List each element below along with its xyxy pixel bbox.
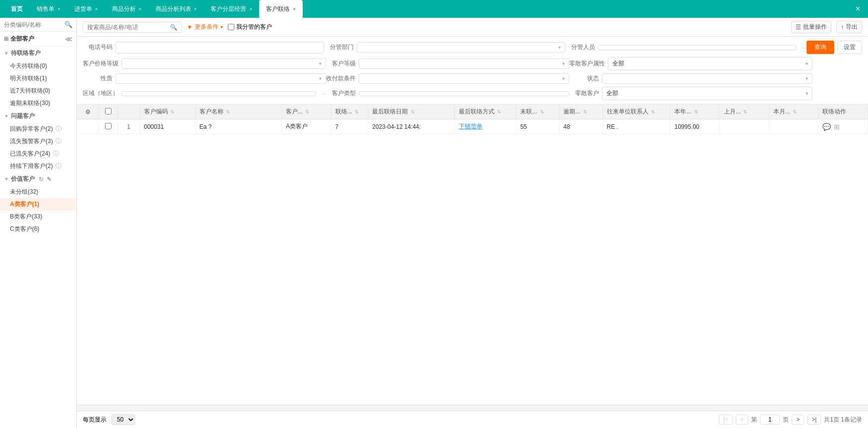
- row-checkbox[interactable]: [105, 123, 111, 129]
- nav-close-all-button[interactable]: ×: [852, 4, 864, 13]
- filter-search-input[interactable]: [87, 24, 167, 31]
- nav-tab-analysis[interactable]: 商品分析 ×: [105, 0, 149, 18]
- nav-tab-analysis-list-close[interactable]: ×: [194, 6, 197, 12]
- nav-tab-purchase[interactable]: 进货单 ×: [67, 0, 105, 18]
- sidebar-item-today[interactable]: 今天待联络(0): [0, 60, 76, 72]
- payment-select[interactable]: ▾: [359, 73, 569, 84]
- filter-search-icon[interactable]: 🔍: [170, 24, 177, 31]
- customer-level-select[interactable]: ▾: [359, 58, 569, 69]
- nature-select[interactable]: ▾: [115, 73, 326, 84]
- main-content: 🔍 ▼ 更多条件 ▾ 我分管的客户 ☰ 批量操作 ↑ 导出: [77, 18, 868, 428]
- prev-page-button[interactable]: <: [736, 415, 748, 425]
- horizontal-scrollbar[interactable]: [77, 405, 868, 411]
- sidebar-item-7days[interactable]: 近7天待联络(0): [0, 85, 76, 97]
- col-last-method[interactable]: 最后联络方式 ⇅: [454, 105, 516, 119]
- page-total-label: 页: [783, 416, 789, 424]
- first-page-button[interactable]: |<: [719, 415, 733, 425]
- col-unit-contact-label: 往来单位联系人: [607, 108, 649, 115]
- my-customers-checkbox[interactable]: 我分管的客户: [228, 23, 272, 31]
- retail-customer-caret-icon: ▾: [806, 91, 808, 96]
- col-not-contacted[interactable]: 未联... ⇅: [516, 105, 559, 119]
- settings-button[interactable]: 设置: [837, 41, 862, 54]
- manager-more-icon[interactable]: ···: [802, 44, 807, 51]
- sidebar-collapse-icon[interactable]: ≪: [65, 35, 72, 43]
- nav-tab-home-label: 首页: [11, 5, 23, 13]
- sidebar-search-input[interactable]: [4, 21, 62, 28]
- col-this-year[interactable]: 本年... ⇅: [670, 105, 720, 119]
- col-overdue[interactable]: 逾期... ⇅: [559, 105, 602, 119]
- batch-operation-button[interactable]: ☰ 批量操作: [791, 21, 831, 33]
- row-name: Ea ?: [195, 119, 281, 134]
- status-filter-select[interactable]: ▾: [602, 73, 813, 84]
- col-name[interactable]: 客户名称 ⇅: [195, 105, 281, 119]
- retail-attr-select[interactable]: 全部 ▾: [608, 57, 813, 70]
- col-last-month[interactable]: 上月... ⇅: [720, 105, 769, 119]
- filter-row-4: 区域（地区） ··· 客户类型 零散客户 全部 ▾: [83, 87, 862, 100]
- nav-tab-customer-tier-close[interactable]: ×: [249, 6, 252, 12]
- chat-action-icon[interactable]: 💬: [822, 123, 831, 131]
- next-page-button[interactable]: >: [792, 415, 804, 425]
- page-label: 第: [751, 416, 757, 424]
- filter-row-3: 性质 ▾ 收付款条件 ▾ 状态: [83, 73, 862, 84]
- region-more-icon[interactable]: ···: [321, 90, 326, 97]
- phone-input[interactable]: [115, 42, 324, 54]
- retail-customer-label: 零散客户: [569, 89, 599, 98]
- col-unit-contact[interactable]: 往来单位联系人 ⇅: [602, 105, 670, 119]
- nav-tab-customer-contact-close[interactable]: ×: [293, 6, 296, 12]
- col-level[interactable]: 客户... ⇅: [281, 105, 331, 119]
- row-num-value: 1: [127, 123, 130, 130]
- sidebar-section-value[interactable]: ▼ 价值客户 ↻ ✎: [0, 172, 76, 186]
- nav-tab-customer-contact[interactable]: 客户联络 ×: [259, 0, 303, 18]
- select-all-checkbox[interactable]: [105, 108, 111, 114]
- qr-action-icon[interactable]: ⊞: [834, 123, 840, 131]
- price-level-select[interactable]: ▾: [121, 58, 326, 69]
- col-this-year-sort-icon: ⇅: [694, 109, 698, 114]
- value-refresh-icon[interactable]: ↻: [39, 176, 44, 183]
- sidebar-item-unclassified[interactable]: 未分组(32): [0, 186, 76, 198]
- sidebar-item-overdue[interactable]: 逾期未联络(30): [0, 97, 76, 109]
- sidebar-search-icon[interactable]: 🔍: [64, 21, 72, 28]
- query-button[interactable]: 查询: [807, 41, 834, 54]
- sidebar-item-c-class[interactable]: C类客户(6): [0, 223, 76, 235]
- customer-type-select[interactable]: [359, 91, 569, 96]
- nav-tab-customer-tier[interactable]: 客户分层经营 ×: [204, 0, 259, 18]
- last-page-button[interactable]: >|: [807, 415, 821, 425]
- sidebar-section-problem[interactable]: ▼ 问题客户: [0, 109, 76, 123]
- filter-cell-retail-attr: 零散客户属性 全部 ▾: [569, 57, 813, 70]
- row-last-method-link[interactable]: 下销货单: [459, 123, 483, 130]
- col-settings[interactable]: ⚙: [77, 105, 99, 119]
- region-select[interactable]: [121, 91, 316, 96]
- sidebar-item-loss-warning[interactable]: 流失预警客户(3) ⓘ: [0, 135, 76, 148]
- customer-table: ⚙ 客户编码 ⇅ 客户名称 ⇅: [77, 105, 868, 134]
- sidebar-section-pending[interactable]: ▼ 待联络客户: [0, 47, 76, 60]
- col-last-date[interactable]: 最后联络日期 ⇅: [368, 105, 454, 119]
- sidebar-item-tomorrow[interactable]: 明天待联络(1): [0, 72, 76, 85]
- col-contact[interactable]: 联络... ⇅: [331, 105, 368, 119]
- sidebar-item-lost[interactable]: 已流失客户(24) ⓘ: [0, 148, 76, 160]
- filter-more-conditions-button[interactable]: ▼ 更多条件 ▾: [187, 23, 223, 31]
- col-this-month-sort-icon: ⇅: [793, 109, 797, 114]
- nav-tab-purchase-close[interactable]: ×: [95, 6, 98, 12]
- manager-select[interactable]: [598, 45, 797, 50]
- col-code[interactable]: 客户编码 ⇅: [140, 105, 195, 119]
- sidebar-item-declining[interactable]: 持续下滑客户(2) ⓘ: [0, 160, 76, 172]
- page-number-input[interactable]: [760, 415, 780, 425]
- nav-tab-sales-close[interactable]: ×: [57, 6, 60, 12]
- sidebar-item-rebuy-abnormal[interactable]: 回购异常客户(2) ⓘ: [0, 123, 76, 135]
- nav-tab-analysis-list[interactable]: 商品分析列表 ×: [149, 0, 204, 18]
- nav-tab-home[interactable]: 首页: [4, 0, 30, 18]
- my-customers-checkbox-input[interactable]: [228, 24, 234, 30]
- pagination: |< < 第 页 > >| 共1页 1条记录: [719, 415, 862, 425]
- page-size-select[interactable]: 50: [111, 414, 135, 425]
- retail-customer-select[interactable]: 全部 ▾: [602, 87, 813, 100]
- dept-select[interactable]: ▾: [357, 42, 565, 53]
- sidebar-all-customers-header[interactable]: ⊞ 全部客户 ≪: [0, 32, 76, 47]
- nav-tab-sales[interactable]: 销售单 ×: [30, 0, 67, 18]
- sidebar-item-a-class[interactable]: A类客户(1): [0, 198, 76, 211]
- sidebar-item-b-class[interactable]: B类客户(33): [0, 211, 76, 223]
- export-button[interactable]: ↑ 导出: [836, 21, 862, 33]
- col-level-label: 客户...: [286, 108, 303, 115]
- nav-tab-analysis-close[interactable]: ×: [139, 6, 142, 12]
- col-this-month[interactable]: 本月... ⇅: [769, 105, 818, 119]
- value-edit-icon[interactable]: ✎: [47, 176, 52, 183]
